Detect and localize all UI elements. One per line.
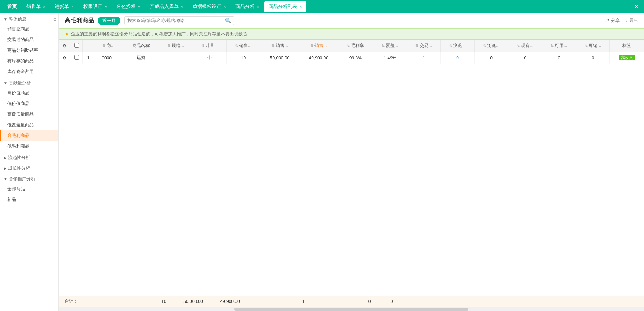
sidebar-item-low-value[interactable]: 低价值商品	[0, 98, 58, 109]
nav-tab-template-close[interactable]: ×	[223, 4, 226, 9]
search-box: 🔍	[124, 16, 234, 25]
col-header-checkbox[interactable]	[71, 40, 82, 52]
sidebar-group-growth-arrow: ▶	[4, 166, 7, 170]
nav-tab-analysis-close[interactable]: ×	[257, 4, 259, 9]
col-header-stock-available[interactable]: 可用...	[542, 40, 576, 52]
sidebar-item-traded-goods[interactable]: 交易过的商品	[0, 35, 58, 45]
cell-settings[interactable]: ⚙	[59, 52, 71, 64]
horizontal-scrollbar[interactable]	[59, 307, 644, 311]
nav-tab-home[interactable]: 首页	[3, 1, 21, 12]
cell-checkbox[interactable]	[71, 52, 82, 64]
select-all-checkbox[interactable]	[74, 43, 79, 48]
col-header-coverage[interactable]: 覆盖...	[373, 40, 407, 52]
nav-tab-role-close[interactable]: ×	[138, 4, 140, 9]
sidebar-group-flow-arrow: ▶	[4, 156, 7, 160]
footer-gross-margin-spacer	[248, 299, 270, 304]
sidebar-item-low-margin[interactable]: 低毛利商品	[0, 141, 58, 152]
row-checkbox[interactable]	[74, 55, 79, 60]
col-header-spec[interactable]: 规格...	[159, 40, 193, 52]
search-input[interactable]	[127, 18, 225, 23]
sidebar-item-sales-goods[interactable]: 销售览商品	[0, 24, 58, 35]
cell-browse1[interactable]: 0	[441, 52, 475, 64]
col-header-trade[interactable]: 交易...	[407, 40, 441, 52]
nav-tab-permission-close[interactable]: ×	[105, 4, 107, 9]
main-layout: « ▼ 整体信息 销售览商品 交易过的商品 商品分销助销率 有库存的商品 库存资…	[0, 13, 644, 311]
col-header-code[interactable]: 商...	[94, 40, 123, 52]
nav-tab-permission-label: 权限设置	[83, 3, 102, 10]
nav-tab-analysis-list-label: 商品分析列表	[269, 3, 297, 10]
footer-coverage-spacer	[270, 299, 292, 304]
footer-label: 合计：	[65, 298, 87, 304]
col-header-sales-amount[interactable]: 销售...	[260, 40, 299, 52]
col-header-browse2[interactable]: 浏览...	[475, 40, 508, 52]
sidebar-group-contribution[interactable]: ▼ 贡献量分析	[0, 77, 58, 88]
nav-tab-template-label: 单据模板设置	[193, 3, 221, 10]
nav-tab-purchase[interactable]: 进货单 ×	[50, 1, 78, 12]
sidebar-item-distribution-rate[interactable]: 商品分销助销率	[0, 45, 58, 56]
sidebar-item-in-stock[interactable]: 有库存的商品	[0, 56, 58, 66]
export-button[interactable]: ↓ 导出	[626, 18, 638, 24]
sidebar-group-growth[interactable]: ▶ 成长性分析	[0, 162, 58, 173]
top-nav: 首页 销售单 × 进货单 × 权限设置 × 角色授权 × 产成品入库单 × 单据…	[0, 0, 644, 13]
cell-sales-amount: 50,000.00	[260, 52, 299, 64]
col-header-browse1[interactable]: 浏览...	[441, 40, 475, 52]
alert-banner: ✦ 企业的主要的利润都是这部分商品创造的，可考虑加大推广，同时关注库存量不要出现…	[59, 28, 644, 40]
col-header-unit[interactable]: 计量...	[193, 40, 226, 52]
page-title: 高毛利商品	[65, 17, 94, 25]
col-header-tag: 标签	[610, 40, 644, 52]
sidebar-collapse-button[interactable]: «	[53, 16, 56, 22]
nav-tab-sales-close[interactable]: ×	[43, 4, 45, 9]
col-header-stock-current[interactable]: 现有...	[508, 40, 542, 52]
col-header-num	[82, 40, 94, 52]
sidebar-item-all-goods[interactable]: 全部商品	[0, 184, 58, 194]
nav-tab-purchase-label: 进货单	[55, 3, 69, 10]
cell-code: 0000...	[94, 52, 123, 64]
sidebar-group-overview-label: 整体信息	[9, 16, 26, 22]
nav-tab-analysis-list-close[interactable]: ×	[299, 4, 302, 9]
footer-browse2-spacer	[337, 299, 359, 304]
col-header-name: 商品名称	[123, 40, 159, 52]
cell-stock-current: 0	[508, 52, 542, 64]
table-row: ⚙ 1 0000... 运费 个 10 50,000.00 49,900.00 …	[59, 52, 644, 64]
nav-tab-finished-close[interactable]: ×	[181, 4, 183, 9]
col-header-sales-qty[interactable]: 销售...	[227, 40, 260, 52]
nav-tab-finished[interactable]: 产成品入库单 ×	[145, 1, 187, 12]
nav-tab-template[interactable]: 单据模板设置 ×	[188, 1, 230, 12]
footer-spacer	[87, 299, 153, 304]
nav-tab-role[interactable]: 角色授权 ×	[112, 1, 144, 12]
sidebar-item-high-value[interactable]: 高价值商品	[0, 88, 58, 98]
sidebar-item-high-margin[interactable]: 高毛利商品	[0, 130, 58, 141]
nav-tab-sales[interactable]: 销售单 ×	[22, 1, 50, 12]
sidebar-item-low-coverage[interactable]: 低覆盖量商品	[0, 120, 58, 130]
cell-gross-margin: 99.8%	[338, 52, 373, 64]
filter-recent-month-button[interactable]: 近一月	[98, 17, 120, 25]
sidebar-item-new-goods[interactable]: 新品	[0, 194, 58, 205]
nav-tab-analysis[interactable]: 商品分析 ×	[231, 1, 263, 12]
sidebar-group-contribution-arrow: ▼	[4, 81, 7, 85]
alert-icon: ✦	[65, 32, 69, 37]
col-header-sales-cost[interactable]: 销售...	[299, 40, 338, 52]
cell-name: 运费	[123, 52, 159, 64]
col-header-settings[interactable]: ⚙	[59, 40, 71, 52]
share-icon: ↗	[606, 18, 609, 23]
sidebar-group-flow[interactable]: ▶ 流趋性分析	[0, 152, 58, 162]
sidebar-group-marketing[interactable]: ▼ 营销推广分析	[0, 173, 58, 184]
sidebar-group-marketing-arrow: ▼	[4, 177, 7, 181]
sidebar-item-stock-capital[interactable]: 库存资金占用	[0, 66, 58, 77]
footer-cells: 10 50,000.00 49,900.00 1 0 0	[87, 299, 638, 304]
search-icon[interactable]: 🔍	[225, 18, 231, 23]
share-button[interactable]: ↗ 分享	[606, 18, 620, 24]
col-header-stock-sale[interactable]: 可销...	[576, 40, 610, 52]
nav-tab-analysis-list[interactable]: 商品分析列表 ×	[264, 1, 306, 12]
nav-tab-permission[interactable]: 权限设置 ×	[79, 1, 111, 12]
col-header-gross-margin[interactable]: 毛利率	[338, 40, 373, 52]
sidebar-item-high-coverage[interactable]: 高覆盖量商品	[0, 109, 58, 120]
scrollbar-thumb[interactable]	[234, 308, 468, 311]
close-all-tabs-button[interactable]: ×	[632, 3, 641, 10]
share-label: 分享	[611, 18, 620, 24]
nav-tab-purchase-close[interactable]: ×	[71, 4, 73, 9]
sidebar-group-contribution-label: 贡献量分析	[9, 80, 31, 86]
alert-text: 企业的主要的利润都是这部分商品创造的，可考虑加大推广，同时关注库存量不要出现缺货	[71, 31, 247, 37]
sidebar-group-overview[interactable]: ▼ 整体信息	[0, 13, 58, 24]
sidebar: « ▼ 整体信息 销售览商品 交易过的商品 商品分销助销率 有库存的商品 库存资…	[0, 13, 59, 311]
